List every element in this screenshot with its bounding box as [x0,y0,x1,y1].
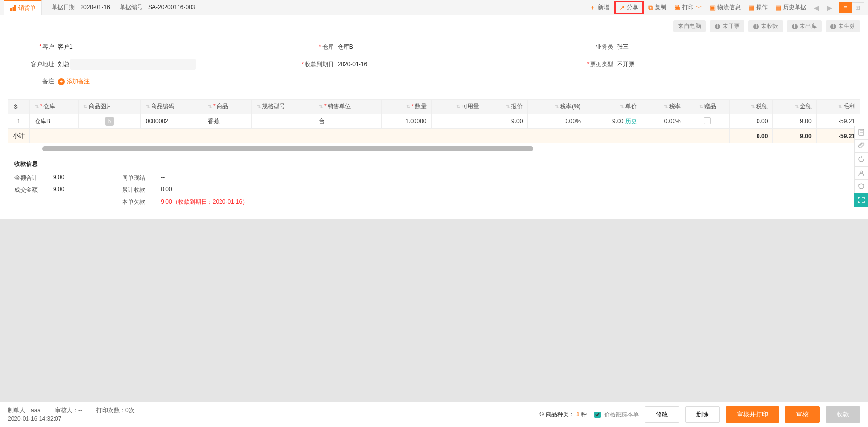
cell-image: b [79,114,141,129]
cell-salesunit: 台 [314,114,381,129]
user-icon[interactable] [854,166,868,180]
side-tool-rail [854,126,868,207]
col-salesunit[interactable]: ⇅*销售单位 [314,100,381,114]
horizontal-scrollbar[interactable] [42,146,860,151]
chip-uninvoiced[interactable]: i未开票 [710,20,744,32]
payment-section: 收款信息 金额合计9.00 成交金额9.00 同单现结-- 累计收款0.00 本… [0,153,868,219]
cell-unitprice: 9.00历史 [586,114,642,129]
col-taxamount[interactable]: ⇅税额 [730,100,773,114]
field-salesman: 业务员 张三 [574,43,854,51]
grid-icon: ▦ [748,4,754,11]
col-spec[interactable]: ⇅规格型号 [252,100,314,114]
expand-icon[interactable] [854,193,868,207]
cell-quote: 9.00 [484,114,528,129]
col-profit[interactable]: ⇅毛利 [816,100,860,114]
gift-checkbox[interactable] [704,117,711,124]
col-image[interactable]: ⇅商品图片 [79,100,141,114]
col-unitprice[interactable]: ⇅单价 [586,100,642,114]
price-follow-input[interactable] [594,412,601,418]
field-due-date: *收款到期日 2020-01-16 [294,59,574,70]
col-quote[interactable]: ⇅报价 [484,100,528,114]
field-warehouse: *仓库 仓库B [294,43,574,51]
shield-icon[interactable] [854,180,868,193]
plus-circle-icon: + [58,78,65,85]
refresh-icon[interactable] [854,153,868,166]
address-masked [70,59,196,70]
history-link[interactable]: 历史 [625,118,637,125]
cell-code: 0000002 [141,114,203,129]
cell-taxrate: 0.00% [642,114,686,129]
chip-unpaid[interactable]: i未收款 [748,20,783,32]
truck-icon: ▣ [710,4,716,11]
col-amount[interactable]: ⇅金额 [773,100,816,114]
subtotal-label: 小计 [8,129,30,143]
col-available[interactable]: ⇅可用量 [431,100,484,114]
subtotal-profit: -59.21 [816,129,860,143]
logistics-button[interactable]: ▣物流信息 [707,2,744,13]
view-grid[interactable]: ⊞ [852,2,864,13]
copy-button[interactable]: ⧉复制 [646,2,669,13]
svg-point-6 [860,171,863,173]
history-button[interactable]: ▤历史单据 [772,2,809,13]
form-area: *客户 客户1 *仓库 仓库B 业务员 张三 客户地址 刘总 *收款到期日 20… [0,34,868,99]
info-icon: i [830,24,836,29]
col-qty[interactable]: ⇅*数量 [381,100,431,114]
add-remark-link[interactable]: + 添加备注 [58,77,90,85]
cell-product: 香蕉 [203,114,251,129]
cell-available [431,114,484,129]
add-button[interactable]: ＋新增 [587,2,612,13]
share-button[interactable]: ↗分享 [617,2,641,13]
attach-icon[interactable] [854,139,868,153]
prev-arrow[interactable]: ◀ [811,4,822,12]
footer-bar: 制单人：aaa 审核人：-- 打印次数：0次 2020-01-16 14:32:… [0,401,868,427]
status-chips: 来自电脑 i未开票 i未收款 i未出库 i未生效 [0,15,868,34]
col-taxrate[interactable]: ⇅税率 [642,100,686,114]
chip-uneffective[interactable]: i未生效 [826,20,860,32]
product-table: ⚙ ⇅*仓库 ⇅商品图片 ⇅商品编码 ⇅*商品 ⇅规格型号 ⇅*销售单位 ⇅*数… [8,99,860,143]
collect-button: 收款 [826,406,860,423]
audit-print-button[interactable]: 审核并打印 [726,406,779,423]
next-arrow[interactable]: ▶ [824,4,835,12]
svg-rect-2 [14,5,16,11]
col-discount[interactable]: ⇅税率(%) [528,100,586,114]
subtotal-amount: 9.00 [773,129,816,143]
cell-profit: -59.21 [816,114,860,129]
pay-acc: 累计收款0.00 [122,184,248,196]
tab-sales-order[interactable]: 销货单 [4,0,42,15]
svg-rect-0 [10,8,12,11]
footer-timestamp: 2020-01-16 14:32:07 [8,414,135,423]
cell-qty: 1.00000 [381,114,431,129]
price-follow-checkbox[interactable]: 价格跟踪本单 [592,410,639,419]
chip-unship[interactable]: i未出库 [787,20,822,32]
image-icon: b [105,117,114,126]
print-icon: 🖶 [674,4,680,11]
chip-source: 来自电脑 [673,20,706,32]
col-gear[interactable]: ⚙ [8,100,30,114]
subtotal-row: 小计 0.00 9.00 -59.21 [8,129,860,143]
col-code[interactable]: ⇅商品编码 [141,100,203,114]
chevron-down-icon: ﹀ [696,3,702,12]
print-button[interactable]: 🖶打印﹀ [671,2,705,13]
col-product[interactable]: ⇅*商品 [203,100,251,114]
cell-warehouse: 仓库B [30,114,79,129]
modify-button[interactable]: 修改 [645,406,679,423]
note-icon[interactable] [854,126,868,139]
audit-button[interactable]: 审核 [785,406,820,423]
delete-button[interactable]: 删除 [685,406,720,423]
share-highlight: ↗分享 [614,1,644,14]
view-toggle: ≡ ⊞ [839,2,864,13]
col-gift[interactable]: ⇅赠品 [686,100,729,114]
view-list[interactable]: ≡ [839,2,852,13]
copyright-icon: © [539,411,544,418]
table-wrap: ⚙ ⇅*仓库 ⇅商品图片 ⇅商品编码 ⇅*商品 ⇅规格型号 ⇅*销售单位 ⇅*数… [0,99,868,146]
field-customer: *客户 客户1 [14,43,294,51]
main-panel: 销货单 单据日期 2020-01-16 单据编号 SA-20200116-003… [0,0,868,219]
table-row[interactable]: 1 仓库B b 0000002 香蕉 台 1.00000 9.00 0.00% … [8,114,860,129]
doc-number: 单据编号 SA-20200116-003 [120,3,195,12]
cell-spec [252,114,314,129]
col-warehouse[interactable]: ⇅*仓库 [30,100,79,114]
field-remark: 备注 + 添加备注 [14,77,294,85]
footer-info: 制单人：aaa 审核人：-- 打印次数：0次 2020-01-16 14:32:… [8,406,135,423]
ops-button[interactable]: ▦操作 [745,2,771,13]
pay-owed: 本单欠款 9.00（收款到期日：2020-01-16） [122,196,248,208]
